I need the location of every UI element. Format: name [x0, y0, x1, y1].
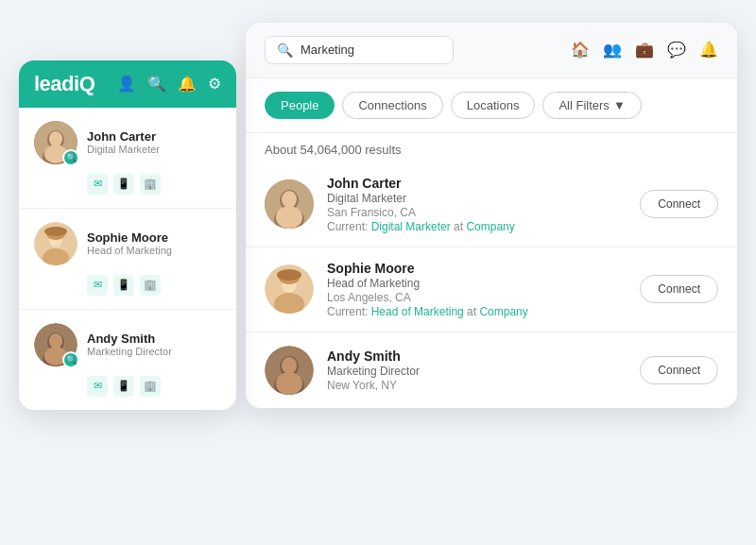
gear-icon[interactable]: ⚙ — [208, 75, 221, 93]
svg-point-13 — [49, 333, 62, 349]
nav-icons: 🏠 👥 💼 💬 🔔 — [571, 41, 718, 59]
person-info: Sophie Moore Head of Marketing — [87, 230, 221, 256]
bell-nav-icon[interactable]: 🔔 — [699, 41, 718, 59]
left-panel: leadiQ 👤 🔍 🔔 ⚙ 🔍 — [19, 60, 236, 410]
action-icons: ✉ 📱 🏢 — [87, 174, 221, 195]
phone-icon[interactable]: 📱 — [113, 275, 134, 296]
action-icons: ✉ 📱 🏢 — [87, 376, 221, 397]
mail-icon[interactable]: ✉ — [87, 174, 108, 195]
bell-icon[interactable]: 🔔 — [178, 75, 197, 93]
person-info: John Carter Digital Marketer — [87, 129, 221, 155]
person-title: Head of Marketing — [87, 245, 221, 256]
search-bar-icon: 🔍 — [277, 43, 293, 58]
filter-locations-button[interactable]: Locations — [451, 92, 536, 119]
person-title: Digital Marketer — [87, 144, 221, 155]
result-info: Andy Smith Marketing Director New York, … — [327, 349, 627, 392]
filter-bar: People Connections Locations All Filters… — [246, 78, 737, 133]
list-item: Sophie Moore Head of Marketing ✉ 📱 🏢 — [19, 209, 236, 310]
dropdown-arrow-icon: ▼ — [613, 98, 626, 112]
person-title: Marketing Director — [87, 346, 221, 357]
table-row: Andy Smith Marketing Director New York, … — [246, 332, 737, 408]
connect-button[interactable]: Connect — [640, 275, 718, 303]
result-role: Head of Marketing — [327, 277, 627, 290]
list-item: 🔍 Andy Smith Marketing Director ✉ 📱 🏢 — [19, 310, 236, 410]
phone-icon[interactable]: 📱 — [113, 376, 134, 397]
connect-button[interactable]: Connect — [640, 356, 718, 384]
all-filters-label: All Filters — [558, 98, 609, 112]
filter-people-button[interactable]: People — [265, 92, 335, 119]
search-badge: 🔍 — [62, 351, 79, 368]
connect-button[interactable]: Connect — [640, 190, 718, 218]
table-row: Sophie Moore Head of Marketing Los Angel… — [246, 247, 737, 332]
home-icon[interactable]: 🏠 — [571, 41, 590, 59]
result-info: John Carter Digital Marketer San Fransic… — [327, 176, 627, 233]
result-role: Digital Marketer — [327, 192, 627, 205]
avatar: 🔍 — [34, 323, 77, 366]
svg-point-29 — [276, 372, 302, 395]
phone-icon[interactable]: 📱 — [113, 174, 134, 195]
app-header: leadiQ 👤 🔍 🔔 ⚙ — [19, 60, 236, 108]
people-icon[interactable]: 👥 — [603, 41, 622, 59]
result-current: Current: Digital Marketer at Company — [327, 220, 627, 233]
svg-point-18 — [282, 191, 297, 208]
result-current: Current: Head of Marketing at Company — [327, 305, 627, 318]
svg-point-24 — [277, 269, 301, 281]
person-name: John Carter — [87, 129, 221, 144]
result-info: Sophie Moore Head of Marketing Los Angel… — [327, 261, 627, 318]
chat-icon[interactable]: 💬 — [667, 41, 686, 59]
svg-point-3 — [49, 131, 62, 146]
briefcase-icon[interactable]: 💼 — [635, 41, 654, 59]
svg-point-9 — [44, 227, 67, 236]
right-panel: 🔍 🏠 👥 💼 💬 🔔 People Connections Locations… — [246, 23, 737, 408]
search-bar[interactable]: 🔍 — [265, 36, 454, 64]
header-icon-group: 👤 🔍 🔔 ⚙ — [117, 75, 221, 93]
svg-point-19 — [276, 206, 302, 229]
results-count: About 54,064,000 results — [246, 133, 737, 162]
building-icon[interactable]: 🏢 — [140, 174, 161, 195]
person-name: Andy Smith — [87, 332, 221, 346]
app-logo: leadiQ — [34, 72, 94, 96]
action-icons: ✉ 📱 🏢 — [87, 275, 221, 296]
result-name: Andy Smith — [327, 349, 627, 364]
result-location: San Fransico, CA — [327, 206, 627, 219]
building-icon[interactable]: 🏢 — [140, 376, 161, 397]
building-icon[interactable]: 🏢 — [140, 275, 161, 296]
search-icon[interactable]: 🔍 — [147, 75, 166, 93]
result-avatar — [265, 346, 314, 395]
search-badge: 🔍 — [62, 149, 79, 166]
person-icon[interactable]: 👤 — [117, 75, 136, 93]
result-location: Los Angeles, CA — [327, 291, 627, 304]
search-input[interactable] — [301, 43, 459, 57]
result-name: John Carter — [327, 176, 627, 191]
result-avatar — [265, 264, 314, 314]
avatar: 🔍 — [34, 121, 77, 164]
result-role: Marketing Director — [327, 365, 627, 378]
filter-connections-button[interactable]: Connections — [342, 92, 442, 119]
svg-point-28 — [282, 357, 297, 374]
filter-all-button[interactable]: All Filters ▼ — [542, 92, 641, 119]
table-row: John Carter Digital Marketer San Fransic… — [246, 162, 737, 247]
mail-icon[interactable]: ✉ — [87, 275, 108, 296]
result-location: New York, NY — [327, 379, 627, 392]
result-avatar — [265, 179, 314, 229]
search-header: 🔍 🏠 👥 💼 💬 🔔 — [246, 23, 737, 78]
list-item: 🔍 John Carter Digital Marketer ✉ 📱 🏢 — [19, 108, 236, 209]
result-name: Sophie Moore — [327, 261, 627, 276]
person-name: Sophie Moore — [87, 230, 221, 245]
mail-icon[interactable]: ✉ — [87, 376, 108, 397]
avatar — [34, 222, 77, 265]
person-info: Andy Smith Marketing Director — [87, 332, 221, 357]
